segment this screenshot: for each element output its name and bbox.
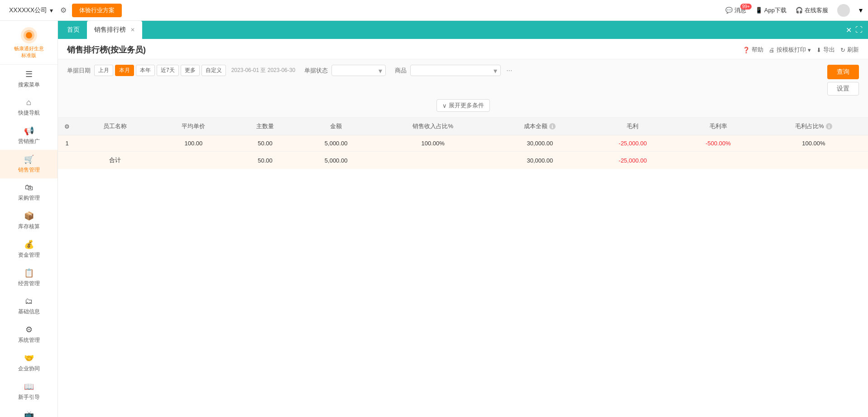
custom-btn[interactable]: 自定义: [201, 65, 226, 76]
online-service-button[interactable]: 🎧 在线客服: [796, 6, 828, 14]
sidebar-item-finance[interactable]: 💰 资金管理: [0, 235, 58, 264]
close-window-icon[interactable]: ✕: [846, 26, 852, 34]
export-label: 导出: [823, 46, 835, 54]
trial-button[interactable]: 体验行业方案: [72, 4, 122, 17]
company-selector[interactable]: XXXXXX公司 ▾: [5, 5, 57, 16]
help-button[interactable]: ❓ 帮助: [743, 46, 763, 54]
goods-filter-section: 商品 ···: [395, 65, 512, 76]
sidebar-item-basic-info[interactable]: 🗂 基础信息: [0, 292, 58, 320]
query-button[interactable]: 查询: [827, 65, 859, 79]
sidebar-label-enterprise: 企业协同: [18, 365, 40, 373]
this-month-btn[interactable]: 本月: [115, 65, 134, 76]
export-icon: ⬇: [816, 47, 821, 53]
marketing-icon: 📢: [24, 126, 34, 136]
sidebar-item-operations[interactable]: 📋 经营管理: [0, 264, 58, 292]
footer-sales-ratio: [374, 152, 491, 169]
sidebar-item-search[interactable]: ☰ 搜索菜单: [0, 65, 58, 93]
sidebar-item-inventory[interactable]: 📦 库存核算: [0, 206, 58, 235]
col-cost: 成本全额 ℹ: [491, 118, 588, 135]
more-filters-icon[interactable]: ···: [506, 67, 512, 75]
avatar[interactable]: [837, 4, 850, 17]
prev-month-btn[interactable]: 上月: [94, 65, 113, 76]
message-badge: 99+: [740, 4, 752, 10]
chevron-down-icon: ▾: [50, 7, 53, 14]
settings-icon[interactable]: ⚙: [60, 6, 67, 14]
finance-icon: 💰: [24, 240, 34, 249]
sidebar-item-nav[interactable]: ⌂ 快捷导航: [0, 93, 58, 121]
cell-gross-rate: -500.00%: [677, 135, 759, 152]
goods-select-wrapper: [410, 65, 501, 76]
expand-label: 展开更多条件: [449, 101, 484, 110]
purchase-icon: 🛍: [25, 183, 33, 192]
sidebar-label-nav: 快捷导航: [18, 109, 40, 117]
table-footer-row: 合计 50.00 5,000.00 30,000.00 -25,000.00: [58, 152, 868, 169]
tab-bar-actions: ✕ ⛶: [846, 26, 866, 34]
date-filter-section: 单据日期 上月 本月 本年 近7天 更多 自定义 2023-06-01 至 20…: [67, 65, 295, 76]
sidebar-item-system[interactable]: ⚙ 系统管理: [0, 320, 58, 349]
sidebar-item-guide[interactable]: 📖 新手引导: [0, 377, 58, 406]
footer-avg-price: [154, 152, 233, 169]
sidebar-label-basic-info: 基础信息: [18, 308, 40, 316]
goods-select[interactable]: [410, 65, 501, 76]
print-icon: 🖨: [769, 47, 775, 53]
status-select[interactable]: [331, 65, 386, 76]
basic-info-icon: 🗂: [25, 297, 33, 306]
headset-icon: 🎧: [796, 7, 803, 14]
expand-button[interactable]: ∨ 展开更多条件: [436, 99, 490, 112]
footer-qty: 50.00: [233, 152, 297, 169]
maximize-icon[interactable]: ⛶: [855, 26, 863, 34]
col-amount: 金额: [297, 118, 374, 135]
sidebar-item-sales[interactable]: 🛒 销售管理: [0, 150, 58, 178]
filter-area: 单据日期 上月 本月 本年 近7天 更多 自定义 2023-06-01 至 20…: [58, 59, 868, 118]
sidebar-item-marketing[interactable]: 📢 营销推广: [0, 121, 58, 150]
col-gross-rate: 毛利率: [677, 118, 759, 135]
gross-ratio-info-icon[interactable]: ℹ: [826, 123, 832, 129]
help-icon: ❓: [743, 47, 750, 53]
export-button[interactable]: ⬇ 导出: [816, 46, 835, 54]
sidebar-label-purchase: 采购管理: [18, 194, 40, 202]
message-button[interactable]: 💬 消息 99+: [725, 6, 746, 14]
col-sales-ratio: 销售收入占比%: [374, 118, 491, 135]
sales-icon: 🛒: [24, 154, 34, 164]
sidebar-item-purchase[interactable]: 🛍 采购管理: [0, 178, 58, 206]
tab-home[interactable]: 首页: [60, 21, 87, 39]
date-range-text: 2023-06-01 至 2023-06-30: [231, 67, 295, 74]
logo-icon: [20, 26, 38, 44]
sidebar-item-appstore[interactable]: 📺 应用中心: [0, 406, 58, 417]
sidebar-item-enterprise[interactable]: 🤝 企业协同: [0, 349, 58, 377]
status-select-wrapper: [331, 65, 386, 76]
cell-gross-ratio: 100.00%: [759, 135, 868, 152]
print-chevron-icon: ▾: [808, 47, 811, 53]
print-button[interactable]: 🖨 按模板打印 ▾: [769, 46, 811, 54]
sidebar-label-finance: 资金管理: [18, 251, 40, 259]
tab-close-icon[interactable]: ✕: [130, 27, 135, 33]
expand-icon: ∨: [442, 102, 447, 109]
status-filter-label: 单据状态: [304, 67, 328, 75]
cell-gross: -25,000.00: [588, 135, 677, 152]
tab-sales-ranking[interactable]: 销售排行榜 ✕: [87, 21, 142, 39]
refresh-button[interactable]: ↻ 刷新: [840, 46, 859, 54]
inventory-icon: 📦: [24, 211, 34, 221]
chevron-down-icon-user: ▾: [859, 6, 863, 14]
filter-main-row: 单据日期 上月 本月 本年 近7天 更多 自定义 2023-06-01 至 20…: [67, 65, 859, 96]
expand-row: ∨ 展开更多条件: [67, 99, 859, 112]
page-content: 销售排行榜(按业务员) ❓ 帮助 🖨 按模板打印 ▾ ⬇ 导出: [58, 39, 868, 417]
col-settings[interactable]: ⚙: [58, 118, 76, 135]
filter-settings-button[interactable]: 设置: [827, 82, 859, 96]
company-name: XXXXXX公司: [9, 6, 47, 14]
sales-ranking-table: ⚙ 员工名称 平均单价 主数量 金额 销售收入占比% 成本全额 ℹ: [58, 118, 868, 169]
footer-cost: 30,000.00: [491, 152, 588, 169]
this-year-btn[interactable]: 本年: [136, 65, 155, 76]
main-layout: 畅康通好生意标准版 ☰ 搜索菜单 ⌂ 快捷导航 📢 营销推广 🛒 销售管理 🛍 …: [0, 21, 868, 417]
cost-info-icon[interactable]: ℹ: [549, 123, 556, 129]
message-icon: 💬: [725, 7, 733, 14]
last-7days-btn[interactable]: 近7天: [157, 65, 179, 76]
col-qty: 主数量: [233, 118, 297, 135]
more-btn[interactable]: 更多: [181, 65, 200, 76]
refresh-icon: ↻: [840, 47, 845, 53]
col-gross-ratio: 毛利占比% ℹ: [759, 118, 868, 135]
date-filter-label: 单据日期: [67, 67, 91, 75]
app-download-button[interactable]: 📱 App下载: [755, 6, 786, 14]
content-area: 首页 销售排行榜 ✕ ✕ ⛶ 销售排行榜(按业务员) ❓ 帮助: [58, 21, 868, 417]
sidebar: 畅康通好生意标准版 ☰ 搜索菜单 ⌂ 快捷导航 📢 营销推广 🛒 销售管理 🛍 …: [0, 21, 58, 417]
